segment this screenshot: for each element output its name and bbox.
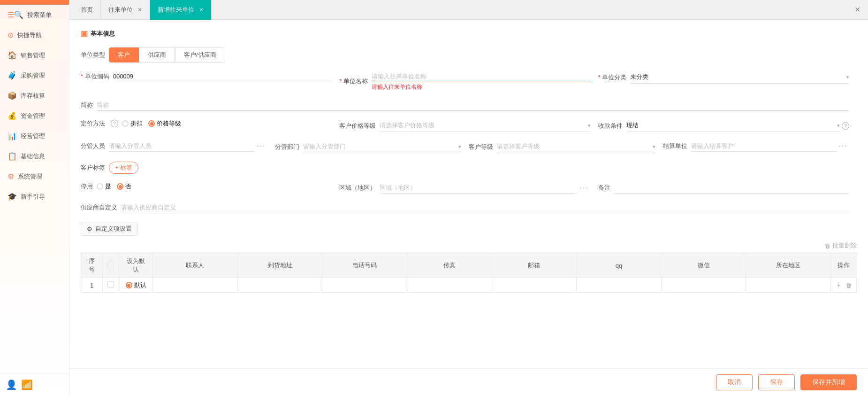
sidebar-item-finance[interactable]: 💰 资金管理 xyxy=(0,106,69,126)
customer-level-select[interactable]: 请选择客户等级 ▾ xyxy=(497,140,655,153)
email-input[interactable] xyxy=(497,282,572,289)
qq-input[interactable] xyxy=(581,282,656,289)
custom-settings-button[interactable]: ⚙ 自定义项设置 xyxy=(81,222,138,236)
short-name-label: 简称 xyxy=(81,101,93,109)
sidebar-item-sales[interactable]: 🏠 销售管理 xyxy=(0,45,69,65)
row-seq: 1 xyxy=(81,278,103,293)
unit-name-input[interactable] xyxy=(372,71,591,82)
customer-tag-row: 客户标签 + 标签 xyxy=(81,162,857,174)
save-new-button[interactable]: 保存并新增 xyxy=(800,374,857,390)
inventory-icon: 📦 xyxy=(8,91,17,100)
wechat-input[interactable] xyxy=(666,282,741,289)
row-fax[interactable] xyxy=(407,278,492,293)
region-input[interactable] xyxy=(380,182,578,194)
sidebar-item-basic-info[interactable]: 📋 基础信息 xyxy=(0,146,69,166)
add-row-icon[interactable]: ＋ xyxy=(836,281,842,289)
row-checkbox[interactable] xyxy=(107,281,114,288)
sidebar: ☰🔍 搜索菜单 ⊙ 快捷导航 🏠 销售管理 🧳 采购管理 📦 库存核算 💰 资金… xyxy=(0,0,69,396)
select-all-checkbox[interactable] xyxy=(107,262,114,268)
row-default-radio-circle xyxy=(126,282,132,288)
row-qq[interactable] xyxy=(577,278,662,293)
settlement-input[interactable] xyxy=(691,140,837,152)
remark-label: 备注 xyxy=(598,184,610,192)
disabled-no[interactable]: 否 xyxy=(117,182,131,191)
payment-help-icon[interactable]: ? xyxy=(842,122,849,130)
department-select[interactable]: 请输入分管部门 ▾ xyxy=(303,140,462,153)
col-contact: 联系人 xyxy=(153,253,238,278)
sidebar-item-operations[interactable]: 📊 经营管理 xyxy=(0,126,69,146)
customer-price-select[interactable]: 请选择客户价格等级 ▾ xyxy=(380,119,590,132)
unit-info-row: 单位编码 单位名称 请输入往来单位名称 单位分类 未分类 ▾ xyxy=(81,71,857,91)
sidebar-item-quick-nav[interactable]: ⊙ 快捷导航 xyxy=(0,25,69,45)
pricing-radio-level-circle xyxy=(148,120,155,127)
manager-more-icon[interactable]: ··· xyxy=(254,142,267,150)
sidebar-item-purchase[interactable]: 🧳 采购管理 xyxy=(0,65,69,85)
close-tab-new-partner[interactable]: ✕ xyxy=(199,7,204,13)
expand-icon[interactable]: 👤 xyxy=(6,379,17,390)
col-fax: 传真 xyxy=(407,253,492,278)
add-tag-button[interactable]: + 标签 xyxy=(109,162,138,174)
region-more-icon[interactable]: ··· xyxy=(578,184,590,192)
save-button[interactable]: 保存 xyxy=(758,374,795,390)
manager-input[interactable] xyxy=(109,140,254,152)
unit-name-wrap: 请输入往来单位名称 xyxy=(372,71,591,91)
unit-category-select[interactable]: 未分类 ▾ xyxy=(630,71,849,84)
row-wechat[interactable] xyxy=(661,278,746,293)
disabled-yes[interactable]: 是 xyxy=(97,182,111,191)
row-region[interactable] xyxy=(746,278,831,293)
disabled-yes-circle xyxy=(97,183,103,190)
batch-delete-label[interactable]: 批量删除 xyxy=(832,241,857,250)
tab-home[interactable]: 首页 xyxy=(73,0,101,20)
row-contact[interactable] xyxy=(153,278,238,293)
tab-partners[interactable]: 往来单位 ✕ xyxy=(101,0,150,20)
col-default: 设为默认 xyxy=(119,253,153,278)
settings-bottom-icon[interactable]: 📶 xyxy=(21,379,33,390)
row-action-cell: ＋ 🗑 xyxy=(830,278,856,293)
manager-row: 分管人员 ··· 分管部门 请输入分管部门 ▾ 客户等级 请选择客户等级 ▾ 结… xyxy=(81,140,857,153)
pricing-radio-discount[interactable]: 折扣 xyxy=(122,119,143,128)
col-phone: 电话号码 xyxy=(322,253,407,278)
payment-select[interactable]: 现结 ▾ xyxy=(626,119,840,132)
delete-row-icon[interactable]: 🗑 xyxy=(845,282,852,289)
row-phone[interactable] xyxy=(322,278,407,293)
sidebar-item-guide[interactable]: 🎓 新手引导 xyxy=(0,186,69,207)
settlement-more-icon[interactable]: ··· xyxy=(837,142,849,150)
row-checkbox-cell xyxy=(103,278,119,293)
supplier-custom-input[interactable] xyxy=(121,202,849,213)
sidebar-item-inventory[interactable]: 📦 库存核算 xyxy=(0,85,69,106)
close-tab-partners[interactable]: ✕ xyxy=(137,7,142,13)
address-input[interactable] xyxy=(243,282,318,289)
row-actions: ＋ 🗑 xyxy=(836,281,852,289)
phone-input[interactable] xyxy=(327,282,402,289)
table-row: 1 默认 xyxy=(81,278,857,293)
contact-input[interactable] xyxy=(158,282,233,289)
col-region: 所在地区 xyxy=(746,253,831,278)
row-address[interactable] xyxy=(237,278,322,293)
sidebar-item-system[interactable]: ⚙ 系统管理 xyxy=(0,166,69,186)
close-all-tabs[interactable]: ✕ xyxy=(851,5,864,14)
pricing-row: 定价方法 ? 折扣 价格等级 客户价格等级 请选择客户价格等级 xyxy=(81,119,857,132)
pricing-radio-level[interactable]: 价格等级 xyxy=(148,119,181,128)
type-btn-supplier[interactable]: 供应商 xyxy=(139,47,175,62)
col-qq: qq xyxy=(577,253,662,278)
row-default-radio[interactable]: 默认 xyxy=(124,281,148,289)
row-region-input[interactable] xyxy=(751,282,826,289)
col-seq: 序号 xyxy=(81,253,103,278)
pricing-radio-discount-circle xyxy=(122,120,129,127)
unit-code-input[interactable] xyxy=(113,71,332,82)
type-btn-both[interactable]: 客户/供应商 xyxy=(175,47,225,62)
row-email[interactable] xyxy=(492,278,577,293)
sidebar-item-search[interactable]: ☰🔍 搜索菜单 xyxy=(0,5,69,25)
pricing-help-icon[interactable]: ? xyxy=(111,120,118,127)
cancel-button[interactable]: 取消 xyxy=(716,374,753,390)
fax-input[interactable] xyxy=(412,282,487,289)
type-btn-customer[interactable]: 客户 xyxy=(109,47,139,62)
tab-new-partner[interactable]: 新增往来单位 ✕ xyxy=(150,0,212,20)
pricing-field: 定价方法 ? 折扣 价格等级 xyxy=(81,119,332,128)
short-name-input[interactable] xyxy=(97,100,849,111)
unit-type-field: 单位类型 客户 供应商 客户/供应商 xyxy=(81,47,849,62)
payment-label: 收款条件 xyxy=(598,122,623,130)
remark-input[interactable] xyxy=(614,182,849,194)
batch-delete-icon: 🗑 xyxy=(824,242,830,249)
customer-price-label: 客户价格等级 xyxy=(339,122,376,130)
